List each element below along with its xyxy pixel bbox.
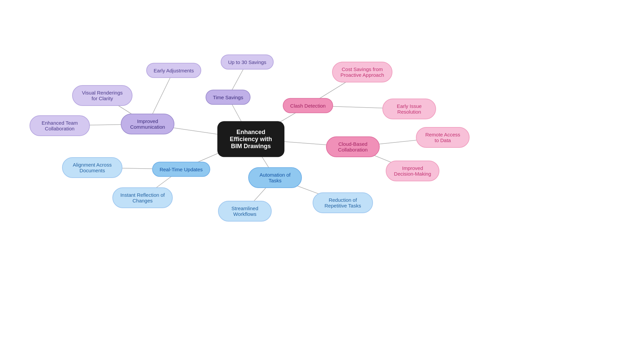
- node-improved-comm: Improved Communication: [121, 114, 174, 134]
- node-visual-rend: Visual Renderings for Clarity: [72, 85, 132, 106]
- node-time-savings: Time Savings: [206, 90, 251, 105]
- node-cost-savings: Cost Savings from Proactive Approach: [332, 62, 392, 82]
- node-cloud-collab: Cloud-Based Collaboration: [326, 136, 380, 157]
- node-enh-team: Enhanced Team Collaboration: [30, 115, 90, 136]
- node-early-adj: Early Adjustments: [146, 63, 201, 78]
- node-early-issue: Early Issue Resolution: [382, 99, 436, 119]
- mindmap-container: Enhanced Efficiency with BIM DrawingsTim…: [0, 0, 644, 363]
- node-align-docs: Alignment Across Documents: [62, 157, 122, 178]
- node-clash-detect: Clash Detection: [283, 98, 333, 113]
- node-instant-reflect: Instant Reflection of Changes: [112, 187, 173, 208]
- node-auto-tasks: Automation of Tasks: [248, 167, 302, 188]
- node-stream-work: Streamlined Workflows: [218, 201, 272, 222]
- node-up-to-30: Up to 30 Savings: [221, 55, 274, 70]
- node-reduce-repeat: Reduction of Repetitive Tasks: [313, 192, 373, 213]
- connections-svg: [0, 0, 644, 363]
- node-remote-access: Remote Access to Data: [416, 127, 470, 148]
- node-real-time: Real-Time Updates: [152, 162, 210, 177]
- center-node: Enhanced Efficiency with BIM Drawings: [217, 121, 284, 157]
- node-improved-decision: Improved Decision-Making: [386, 161, 439, 181]
